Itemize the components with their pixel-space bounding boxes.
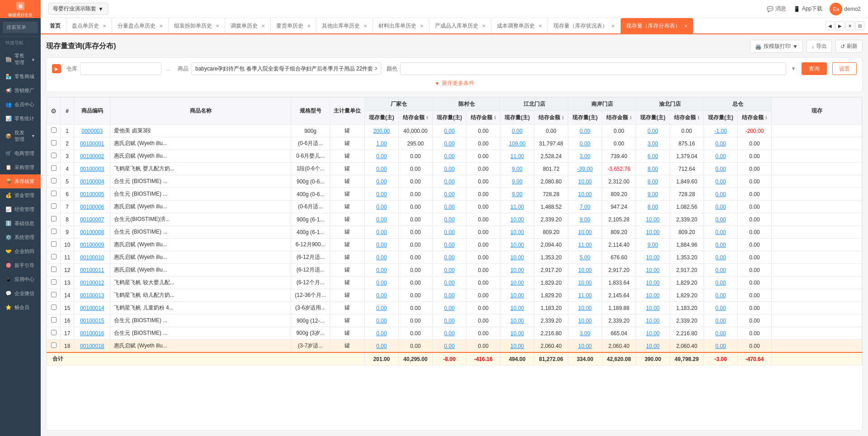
tab-assembly[interactable]: 组装拆卸单历史✕	[169, 18, 225, 33]
sidebar-item-retail-stat[interactable]: 📊 零售统计	[0, 112, 41, 126]
tab-other-out[interactable]: 其他出库单历史✕	[316, 18, 373, 33]
row-yuzbei-amount: 1,183.20	[670, 302, 704, 314]
row-checkbox[interactable]	[47, 277, 61, 289]
refresh-btn[interactable]: ↺ 刷新	[835, 40, 863, 53]
row-checkbox[interactable]	[47, 175, 61, 188]
goods-input[interactable]	[191, 62, 381, 75]
query-btn[interactable]: 查询	[802, 62, 827, 75]
tab-stock-distribution[interactable]: 现存量（库存分布表）✕	[621, 18, 693, 33]
row-yuzbei-stock: 10.00	[636, 314, 670, 327]
sidebar-item-purchase[interactable]: 📋 采购管理	[0, 160, 41, 174]
row-checkbox[interactable]	[47, 150, 61, 163]
close-icon[interactable]: ✕	[216, 23, 219, 28]
close-icon[interactable]: ✕	[159, 23, 163, 28]
tab-inventory-check[interactable]: 盘点单历史✕	[66, 18, 112, 33]
row-total-stock: -1.00	[704, 125, 738, 137]
nav-left-btn[interactable]: ◀	[826, 21, 835, 30]
print-btn[interactable]: 🖨️ 按模版打印 ▼	[750, 40, 803, 53]
table-scroll[interactable]: ⚙ # 商品编码 商品名称 规格型号 主计量单位 厂家仓 陈村仓 江北门店 南岸…	[47, 97, 862, 430]
row-checkbox[interactable]	[47, 314, 61, 327]
col-gear[interactable]: ⚙	[47, 98, 61, 125]
search-button[interactable]: 搜索英单	[3, 22, 38, 33]
close-icon[interactable]: ✕	[261, 23, 265, 28]
sidebar-item-members[interactable]: ⭐ 畅会员	[0, 300, 41, 314]
expand-conditions-btn[interactable]: ▼ 展开更多条件	[434, 80, 474, 87]
tab-product-in[interactable]: 产成品入库单历史✕	[429, 18, 491, 33]
warehouse-ellipsis-btn[interactable]: ...	[164, 66, 172, 72]
row-checkbox[interactable]	[47, 137, 61, 150]
row-checkbox[interactable]	[47, 251, 61, 264]
row-checkbox[interactable]	[47, 125, 61, 137]
row-checkbox[interactable]	[47, 327, 61, 340]
row-checkbox[interactable]	[47, 188, 61, 201]
sidebar-item-marketing[interactable]: 📢 营销推广	[0, 84, 41, 98]
table-row: 6 00100005 合生元 (BIOSTIME) ... 400g (0-6.…	[47, 188, 862, 201]
close-icon[interactable]: ✕	[103, 23, 106, 28]
row-yuzbei-stock: 8.00	[636, 163, 670, 175]
close-icon[interactable]: ✕	[420, 23, 424, 28]
row-chenlu-stock: 0.00	[433, 226, 467, 239]
row-name: 惠氏启赋 (Wyeth illu...	[110, 201, 291, 213]
row-checkbox[interactable]	[47, 340, 61, 353]
close-icon[interactable]: ✕	[363, 23, 367, 28]
tab-stock-status[interactable]: 现存量（库存状况表）✕	[548, 18, 621, 33]
sidebar-item-inventory[interactable]: 📦 库存核算	[0, 174, 41, 188]
sidebar-item-retail-mgmt[interactable]: 🏬 零售管理 ▲	[0, 49, 41, 70]
row-checkbox[interactable]	[47, 289, 61, 302]
sidebar-item-newbie[interactable]: 🎯 新手引导	[0, 258, 41, 272]
row-yuzbei-amount: 809.20	[670, 226, 704, 239]
tab-sub-inventory[interactable]: 分量盘点单历史✕	[112, 18, 169, 33]
close-icon[interactable]: ✕	[538, 23, 542, 28]
row-yuzbei-stock: 9.00	[636, 239, 670, 251]
app-download-btn[interactable]: 📱 App下载	[793, 5, 822, 13]
row-yuzbei-amount: 1,829.20	[670, 277, 704, 289]
chenlu-amount-header: 结存金额 ℹ	[467, 111, 500, 125]
expand-row: ▼ 展开更多条件	[52, 78, 857, 87]
sidebar-item-member[interactable]: 👥 会员中心	[0, 98, 41, 112]
filter-toggle-btn[interactable]: ▶	[52, 64, 61, 73]
row-checkbox[interactable]	[47, 239, 61, 251]
row-checkbox[interactable]	[47, 264, 61, 277]
nav-expand-btn[interactable]: ⊟	[855, 21, 864, 30]
nav-close-btn[interactable]: ✕	[845, 21, 854, 30]
store-selector[interactable]: 母婴行业演示陈套 ▼	[48, 3, 108, 15]
color-input[interactable]	[400, 62, 786, 75]
tab-transfer[interactable]: 调拨单历史✕	[225, 18, 271, 33]
sidebar-item-enterprise[interactable]: 🤝 企业协同	[0, 244, 41, 258]
tab-home[interactable]: 首页	[44, 18, 66, 33]
sidebar-item-basic[interactable]: ℹ️ 基础信息	[0, 216, 41, 230]
close-icon[interactable]: ✕	[307, 23, 311, 28]
tab-material-out[interactable]: 材料出库单历史✕	[373, 18, 429, 33]
message-btn[interactable]: 💬 消息	[767, 5, 786, 13]
row-unit: 罐	[330, 251, 365, 264]
sidebar-item-system[interactable]: ⚙️ 系统管理	[0, 230, 41, 244]
row-checkbox[interactable]	[47, 163, 61, 175]
settings-btn[interactable]: 设置	[832, 62, 857, 75]
sidebar-item-wholesale[interactable]: 📦 批发管理 ▼	[0, 126, 41, 146]
row-checkbox[interactable]	[47, 201, 61, 213]
row-jiangbei-stock: 10.00	[500, 327, 534, 340]
sidebar-item-retail-shop[interactable]: 🏪 零售商城	[0, 70, 41, 84]
row-checkbox[interactable]	[47, 213, 61, 226]
nav-right-btn[interactable]: ▶	[835, 21, 844, 30]
row-jiangbei-amount: 801.72	[534, 163, 568, 175]
warehouse-input[interactable]	[80, 62, 161, 75]
row-checkbox[interactable]	[47, 226, 61, 239]
row-checkbox[interactable]	[47, 302, 61, 314]
close-icon[interactable]: ✕	[482, 23, 486, 28]
sidebar-item-wechat[interactable]: 💬 企业微信	[0, 286, 41, 300]
row-factory-stock: 0.00	[365, 150, 399, 163]
tab-order[interactable]: 要货单历史✕	[271, 18, 316, 33]
tab-cost-adjust[interactable]: 成本调整单历史✕	[491, 18, 548, 33]
row-total-amount: 0.00	[738, 175, 772, 188]
gear-icon[interactable]: ⚙	[51, 108, 57, 115]
sidebar-item-apps[interactable]: 📱 应用中心	[0, 272, 41, 286]
sidebar-item-ecommerce[interactable]: 🛒 电商管理	[0, 146, 41, 160]
export-btn[interactable]: ↓ 导出	[807, 40, 832, 53]
sidebar-item-operations[interactable]: 📈 经营管理	[0, 202, 41, 216]
sidebar-item-finance[interactable]: 💰 资金管理	[0, 188, 41, 202]
close-icon[interactable]: ✕	[611, 23, 615, 28]
user-avatar[interactable]: Ea demo2	[830, 3, 861, 15]
row-spec: 0-6月婴儿...	[291, 150, 330, 163]
close-icon[interactable]: ✕	[684, 23, 688, 28]
